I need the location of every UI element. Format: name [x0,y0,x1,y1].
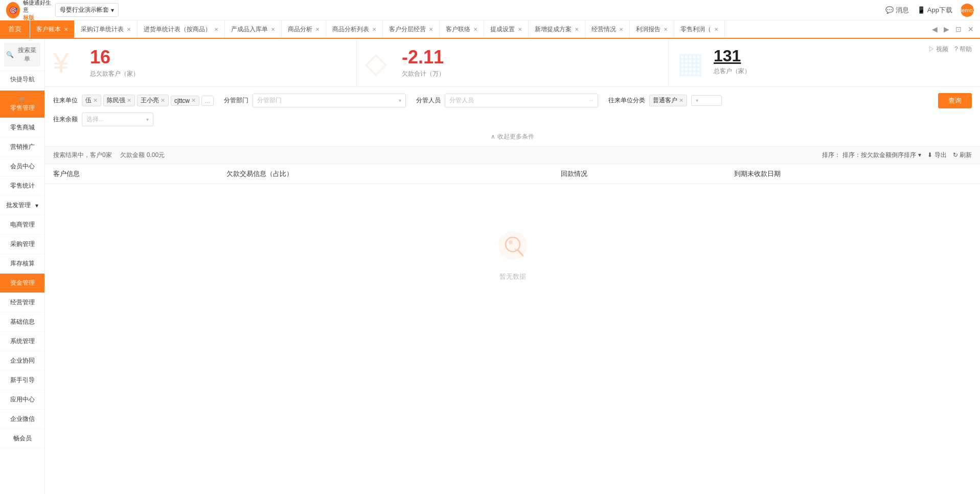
sidebar-item-ecommerce[interactable]: 电商管理 [0,215,44,235]
tab-close-icon[interactable]: ✕ [127,27,131,32]
tab-close-icon[interactable]: ✕ [271,27,275,32]
stat-label-total: 总客户（家） [714,67,750,76]
data-table: 客户信息 欠款交易信息（占比） 回款情况 到期未收款日期 [45,164,980,322]
col-debt-info: 欠款交易信息（占比） [218,164,553,184]
tab-prev-btn[interactable]: ◀ [930,24,940,34]
user-btn[interactable]: demo2 [961,4,974,17]
empty-row: 暂无数据 [45,184,980,322]
person-label: 分管人员 [416,96,441,105]
sidebar-item-wholesale[interactable]: 批发管理 ▾ [0,196,44,215]
sidebar-item-membership[interactable]: 会员中心 [0,157,44,176]
tab-purchase-order[interactable]: 采购订单统计表 ✕ [75,20,138,38]
tab-close-icon[interactable]: ✕ [664,27,668,32]
tab-close-all-btn[interactable]: ✕ [966,24,976,34]
sidebar-item-enterprise[interactable]: 企业协同 [0,351,44,371]
col-repayment: 回款情况 [553,164,726,184]
sidebar-item-purchase[interactable]: 采购管理 [0,235,44,254]
logo-area: 🎯 畅捷通好生意 标版 [6,0,51,21]
sidebar-item-retail-mall[interactable]: 零售商城 [0,118,44,138]
sort-select[interactable]: 排序： 排序：按欠款金额倒序排序 ▾ [822,151,921,160]
category-label: 往来单位分类 [608,96,645,105]
results-bar: 搜索结果中，客户0家 欠款金额 0.00元 排序： 排序：按欠款金额倒序排序 ▾… [45,147,980,164]
message-btn[interactable]: 💬 消息 [885,6,909,15]
sidebar-item-capital[interactable]: 资金管理 [0,274,44,293]
top-bar: 🎯 畅捷通好生意 标版 母婴行业演示帐套 ▾ 💬 消息 📱 App下载 demo… [0,0,980,20]
category-select[interactable]: ▾ [691,95,722,106]
tab-close-icon[interactable]: ✕ [64,27,68,32]
video-btn[interactable]: ▷ 视频 [928,45,948,54]
unit-label: 往来单位 [53,96,78,105]
empty-state: 暂无数据 [45,184,980,322]
tab-close-icon[interactable]: ✕ [619,27,623,32]
remove-tag-wang[interactable]: ✕ [161,97,165,104]
tab-retail-profit[interactable]: 零售利润（ ✕ [674,20,725,38]
person-select[interactable]: 分管人员 ··· [445,94,598,107]
search-menu-btn[interactable]: 🔍 搜索菜单 [4,43,40,66]
video-help: ▷ 视频 ? 帮助 [928,45,972,54]
sidebar-quick-nav[interactable]: 快捷导航 [0,71,44,88]
tab-home[interactable]: 首页 [0,20,30,38]
top-bar-left: 🎯 畅捷通好生意 标版 母婴行业演示帐套 ▾ [6,0,119,21]
tab-profit-report[interactable]: 利润报告 ✕ [630,20,674,38]
sidebar-item-operations[interactable]: 经营管理 [0,293,44,312]
content-area: ¥ 16 总欠款客户（家） ◇ -2.11 欠款合计（万） ▦ 131 总 [45,39,980,494]
tab-close-icon[interactable]: ✕ [214,27,218,32]
table-container: 客户信息 欠款交易信息（占比） 回款情况 到期未收款日期 [45,164,980,494]
tab-commission-settings[interactable]: 提成设置 ✕ [484,20,529,38]
remove-tag-chen[interactable]: ✕ [127,97,131,104]
tab-close-icon[interactable]: ✕ [429,27,433,32]
sidebar-item-retail-stats[interactable]: 零售统计 [0,176,44,196]
tab-purchase-stats[interactable]: 进货单统计表（按商品） ✕ [138,20,225,38]
tab-customer-ledger[interactable]: 客户账本 ✕ [30,20,75,38]
tab-customer-tier[interactable]: 客户分层经营 ✕ [383,20,440,38]
sidebar-item-wechat[interactable]: 企业微信 [0,410,44,429]
dept-select[interactable]: 分管部门 ▾ [253,94,406,107]
tab-close-icon[interactable]: ✕ [575,27,579,32]
tab-close-icon[interactable]: ✕ [518,27,522,32]
sidebar-item-inventory[interactable]: 库存核算 [0,254,44,274]
col-customer-info: 客户信息 [45,164,218,184]
collapse-btn[interactable]: ∧ 收起更多条件 [53,130,972,143]
tab-product-analysis[interactable]: 商品分析 ✕ [282,20,326,38]
tab-production[interactable]: 产成品入库单 ✕ [225,20,282,38]
tab-close-icon[interactable]: ✕ [372,27,376,32]
sidebar-nav: 🛒 零售管理 零售商城 营销推广 会员中心 零售统计 批发管理 ▾ 电商管理 [0,88,44,451]
industry-selector[interactable]: 母婴行业演示帐套 ▾ [55,3,119,17]
sidebar-item-basic-info[interactable]: 基础信息 [0,312,44,332]
sidebar-item-guide[interactable]: 新手引导 [0,371,44,390]
remove-tag-normal[interactable]: ✕ [679,97,683,104]
logo-text: 畅捷通好生意 标版 [23,0,51,21]
unit-tags: 伍 ✕ 陈民强 ✕ 王小亮 ✕ cjttcw ✕ ... [82,95,214,106]
app-download-btn[interactable]: 📱 App下载 [917,6,952,15]
sidebar-item-marketing[interactable]: 营销推广 [0,138,44,157]
query-btn[interactable]: 查询 [938,93,972,108]
remove-tag-cjttcw[interactable]: ✕ [191,97,196,104]
tab-customer-contact[interactable]: 客户联络 ✕ [440,20,484,38]
remove-tag-wu[interactable]: ✕ [93,97,98,104]
unit-more-dots[interactable]: ... [201,96,214,106]
sidebar-item-system[interactable]: 系统管理 [0,332,44,351]
filter-area: 往来单位 伍 ✕ 陈民强 ✕ 王小亮 ✕ cjttcw [45,87,980,147]
export-btn[interactable]: ⬇ 导出 [927,151,946,160]
tab-product-list[interactable]: 商品分析列表 ✕ [326,20,383,38]
empty-icon [492,225,533,266]
sidebar-item-member[interactable]: 畅会员 [0,429,44,448]
tab-operations[interactable]: 经营情况 ✕ [585,20,630,38]
tab-expand-btn[interactable]: ⊡ [953,24,964,34]
tab-close-icon[interactable]: ✕ [714,27,718,32]
balance-label: 往来余额 [53,115,78,124]
stat-label-customers: 总欠款客户（家） [90,70,139,78]
sidebar-item-app-center[interactable]: 应用中心 [0,390,44,410]
logo-icon: 🎯 [6,2,20,18]
tab-next-btn[interactable]: ▶ [942,24,951,34]
sidebar-search: 🔍 搜索菜单 [0,39,44,71]
tab-close-icon[interactable]: ✕ [473,27,477,32]
balance-select[interactable]: 选择... ▾ [82,113,153,126]
refresh-btn[interactable]: ↻ 刷新 [953,151,972,160]
tab-add-commission[interactable]: 新增提成方案 ✕ [529,20,585,38]
stat-card-customers: ¥ 16 总欠款客户（家） [45,39,357,86]
stat-value-amount: -2.11 [402,47,445,68]
tab-close-icon[interactable]: ✕ [315,27,320,32]
help-btn[interactable]: ? 帮助 [954,45,972,54]
sidebar-item-retail[interactable]: 🛒 零售管理 [0,91,44,118]
